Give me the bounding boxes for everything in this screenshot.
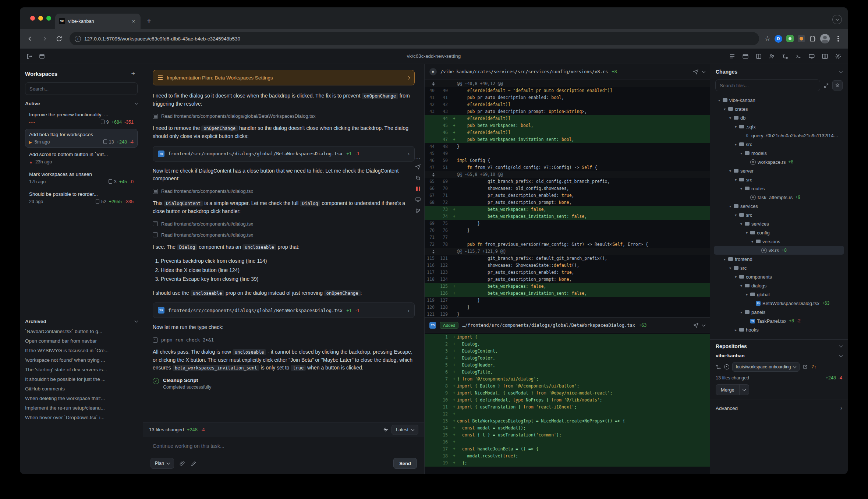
tree-item[interactable]: services — [714, 219, 844, 228]
users-icon[interactable] — [768, 53, 776, 60]
browser-menu-icon[interactable] — [837, 38, 839, 39]
tree-item[interactable]: panels — [714, 308, 844, 316]
bookmark-star-icon[interactable]: ☆ — [765, 35, 770, 43]
tree-item[interactable]: workspace.rs+8 — [714, 158, 844, 166]
tree-item[interactable]: task_attempts.rs+9 — [714, 193, 844, 202]
archived-workspace-item[interactable]: Open command bar from navbar — [25, 336, 138, 346]
cleanup-script-status[interactable]: ✓ Cleanup Script Completed successfully — [153, 378, 415, 390]
tree-item[interactable]: config — [714, 228, 844, 237]
collapse-chevron-icon[interactable] — [702, 323, 706, 326]
back-icon[interactable] — [25, 33, 35, 44]
tree-item[interactable]: TaskPanel.tsx+8-2 — [714, 316, 844, 325]
tree-item[interactable]: models — [714, 149, 844, 158]
tree-item[interactable]: src — [714, 175, 844, 184]
tree-item[interactable]: crates — [714, 105, 844, 113]
preview-card-icon[interactable] — [742, 53, 749, 60]
archived-workspace-item[interactable]: GitHub comments — [25, 384, 138, 394]
archived-workspace-item[interactable]: The 'starting' state of dev servers is..… — [25, 365, 138, 375]
tool-read-row[interactable]: Read frontend/src/components/dialogs/glo… — [153, 113, 415, 119]
zoom-window-button[interactable] — [46, 16, 51, 21]
columns-layout-icon[interactable] — [821, 53, 829, 60]
sidebar-toggle-icon[interactable] — [26, 53, 33, 60]
tool-terminal-row[interactable]: pnpm run check 2>&1 — [153, 337, 415, 343]
tree-item[interactable]: query-70b21c5c0a2ba5c21c9c1132f14a68… — [714, 131, 844, 140]
conversation-scroll[interactable]: Implementation Plan: Beta Workspaces Set… — [143, 64, 424, 422]
tree-item[interactable]: src — [714, 263, 844, 272]
tool-read-row[interactable]: Read frontend/src/components/ui/dialog.t… — [153, 232, 415, 238]
open-in-ide-icon[interactable] — [693, 69, 699, 75]
collapse-chevron-icon[interactable] — [702, 69, 706, 73]
archived-workspace-item[interactable]: `NavbarContainer.tsx` button to g... — [25, 327, 138, 336]
tree-item[interactable]: src — [714, 140, 844, 149]
tree-item[interactable]: server — [714, 166, 844, 175]
archived-workspace-item[interactable]: Implement the re-run setup/cleanu... — [25, 403, 138, 413]
tree-item[interactable]: services — [714, 202, 844, 210]
workspace-item[interactable]: Improve the preview functionality: ... 9… — [25, 109, 138, 128]
version-dropdown[interactable]: Latest — [392, 425, 418, 435]
mode-dropdown[interactable]: Plan — [150, 458, 174, 469]
more-options-icon[interactable]: … — [415, 156, 421, 158]
workspace-item[interactable]: Should be possible to reorder... 2d ago5… — [25, 188, 138, 207]
edited-file-chip[interactable]: TS frontend/src/components/dialogs/globa… — [153, 302, 415, 318]
open-in-ide-icon[interactable] — [415, 164, 421, 170]
open-in-ide-icon[interactable] — [693, 322, 699, 328]
repositories-header[interactable]: Repositories — [716, 343, 842, 349]
workspace-item[interactable]: Add scroll to bottom button in `Virt... … — [25, 149, 138, 167]
merge-options-caret[interactable] — [740, 389, 749, 390]
extensions-puzzle-icon[interactable] — [809, 35, 816, 42]
git-graph-icon[interactable] — [782, 53, 789, 60]
tab-search-button[interactable] — [832, 15, 842, 24]
tree-item[interactable]: v8.rs+8 — [714, 246, 844, 255]
diff-file-header[interactable]: TS Added …/frontend/src/components/dialo… — [425, 318, 710, 333]
extension-camera-icon[interactable] — [798, 35, 805, 42]
kanban-layout-icon[interactable] — [755, 53, 762, 60]
archived-workspace-item[interactable]: It shouldn't be possible for just the ..… — [25, 375, 138, 384]
reload-icon[interactable] — [54, 33, 64, 44]
tree-item[interactable]: components — [714, 272, 844, 281]
archived-workspace-item[interactable]: When deleting the workspace that'... — [25, 394, 138, 403]
tree-item[interactable]: dialogs — [714, 281, 844, 290]
stop-icon[interactable] — [416, 187, 420, 191]
diff-content[interactable]: @@ -40,8 +40,12 @@ 4040 #[serde(default … — [425, 79, 710, 317]
tree-item[interactable]: src — [714, 210, 844, 219]
terminal-icon[interactable] — [795, 53, 802, 60]
address-bar[interactable]: i 127.0.0.1:57095/workspaces/c63c9fd6-df… — [70, 32, 759, 45]
queue-icon[interactable] — [729, 53, 736, 60]
tree-item[interactable]: .sqlx — [714, 122, 844, 131]
tree-item[interactable]: hooks — [714, 325, 844, 334]
edit-pen-icon[interactable] — [191, 460, 197, 467]
tree-item[interactable]: BetaWorkspacesDialog.tsx+63 — [714, 299, 844, 308]
archived-workspace-item[interactable]: 'workspace not found' when trying ... — [25, 355, 138, 365]
task-input[interactable] — [149, 442, 418, 458]
active-section-header[interactable]: Active — [25, 98, 138, 109]
tab-close-icon[interactable]: × — [130, 18, 137, 25]
forward-icon[interactable] — [39, 33, 50, 44]
send-button[interactable]: Send — [393, 458, 417, 469]
branch-selector[interactable]: louis/workspace-onboarding — [732, 362, 800, 372]
archive-box-icon[interactable] — [38, 53, 46, 60]
archived-section-header[interactable]: Archived — [25, 316, 138, 327]
minimize-window-button[interactable] — [38, 16, 43, 21]
diff-content[interactable]: 1+import { 2+ Dialog, 3+ DialogContent, … — [425, 333, 710, 474]
close-window-button[interactable] — [30, 16, 35, 21]
tool-read-row[interactable]: Read frontend/src/components/ui/dialog.t… — [153, 221, 415, 227]
branch-icon[interactable] — [415, 208, 421, 214]
tree-item[interactable]: db — [714, 113, 844, 122]
diff-file-header[interactable]: R /vibe-kanban/crates/services/src/servi… — [425, 64, 710, 79]
external-link-icon[interactable] — [803, 364, 808, 369]
extension-green-icon[interactable] — [786, 35, 794, 42]
implementation-plan-card[interactable]: Implementation Plan: Beta Workspaces Set… — [153, 70, 415, 85]
extension-d-icon[interactable]: D — [775, 35, 782, 43]
merge-button[interactable]: Merge — [716, 384, 749, 395]
add-workspace-button[interactable]: + — [129, 69, 138, 78]
advanced-row[interactable]: Advanced › — [710, 400, 848, 416]
expand-diagonal-icon[interactable] — [823, 83, 829, 88]
tree-item[interactable]: versions — [714, 237, 844, 246]
tree-item[interactable]: routes — [714, 184, 844, 193]
profile-avatar[interactable] — [820, 34, 830, 43]
tree-item[interactable]: frontend — [714, 255, 844, 263]
devices-icon[interactable] — [415, 197, 421, 202]
repository-row[interactable]: vibe-kanban — [716, 353, 842, 358]
archived-workspace-item[interactable]: When hover over `Dropdown.tsx` i... — [25, 413, 138, 422]
workspace-item[interactable]: Mark workspaces as unseen 17h ago3+45-0 — [25, 169, 138, 187]
